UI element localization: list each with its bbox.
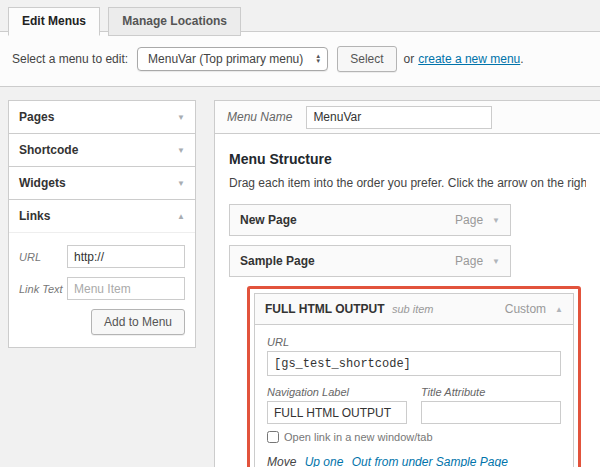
edit-menus-screen: Edit Menus Manage Locations Select a men… bbox=[0, 0, 600, 467]
title-attribute-label: Title Attribute bbox=[421, 386, 561, 398]
url-label: URL bbox=[19, 251, 67, 263]
panel-links-label: Links bbox=[19, 209, 50, 223]
sidebar-panel-widgets: Widgets ▼ bbox=[8, 166, 196, 200]
content-area: Pages ▼ Shortcode ▼ Widgets ▼ Links bbox=[0, 87, 600, 467]
menu-item-type: Page bbox=[455, 213, 483, 227]
highlight-annotation-box: FULL HTML OUTPUT sub item Custom ▲ URL bbox=[247, 286, 581, 467]
menu-item-settings: URL Navigation Label Title Attribute bbox=[254, 325, 574, 467]
create-link-period: . bbox=[520, 52, 523, 66]
chevron-down-icon: ▼ bbox=[177, 179, 185, 188]
links-panel-body: URL Link Text Add to Menu bbox=[9, 232, 195, 347]
menu-item-type: Custom bbox=[505, 302, 546, 316]
menu-name-label: Menu Name bbox=[227, 110, 292, 124]
move-out-link[interactable]: Out from under Sample Page bbox=[352, 455, 508, 467]
sidebar-panel-links: Links ▲ URL Link Text Add to Menu bbox=[8, 199, 196, 348]
select-button[interactable]: Select bbox=[337, 46, 396, 72]
sidebar-panel-shortcode: Shortcode ▼ bbox=[8, 133, 196, 167]
menu-select-bar: Select a menu to edit: MenuVar (Top prim… bbox=[0, 32, 600, 87]
dropdown-arrow-down-icon: ▼ bbox=[315, 59, 321, 64]
menu-name-bar: Menu Name bbox=[215, 101, 600, 134]
panel-pages-label: Pages bbox=[19, 110, 54, 124]
chevron-down-icon[interactable]: ▼ bbox=[492, 257, 500, 266]
create-new-menu-link[interactable]: create a new menu bbox=[418, 52, 520, 66]
chevron-down-icon: ▼ bbox=[177, 113, 185, 122]
navigation-label-label: Navigation Label bbox=[267, 386, 407, 398]
move-row: Move Up one Out from under Sample Page bbox=[267, 455, 561, 467]
select-menu-label: Select a menu to edit: bbox=[12, 52, 128, 66]
menu-item-title: FULL HTML OUTPUT bbox=[265, 302, 385, 316]
sidebar-panel-links-header[interactable]: Links ▲ bbox=[9, 200, 195, 232]
url-input[interactable] bbox=[67, 245, 185, 268]
sidebar: Pages ▼ Shortcode ▼ Widgets ▼ Links bbox=[8, 100, 196, 348]
title-attribute-input[interactable] bbox=[421, 401, 561, 424]
item-url-input[interactable] bbox=[267, 351, 561, 376]
link-text-input[interactable] bbox=[67, 277, 185, 300]
move-up-link[interactable]: Up one bbox=[305, 455, 344, 467]
sidebar-panel-pages-header[interactable]: Pages ▼ bbox=[9, 101, 195, 133]
open-new-window-checkbox[interactable] bbox=[267, 431, 279, 443]
menu-item-title: Sample Page bbox=[240, 254, 315, 268]
open-new-window-label: Open link in a new window/tab bbox=[284, 431, 433, 443]
menu-item-type: Page bbox=[455, 254, 483, 268]
sidebar-panel-shortcode-header[interactable]: Shortcode ▼ bbox=[9, 134, 195, 166]
chevron-up-icon[interactable]: ▲ bbox=[555, 305, 563, 314]
menu-editor-panel: Menu Name Menu Structure Drag each item … bbox=[214, 100, 600, 467]
menu-structure-section: Menu Structure Drag each item into the o… bbox=[215, 151, 600, 467]
or-text: or bbox=[404, 52, 415, 66]
chevron-down-icon: ▼ bbox=[177, 146, 185, 155]
chevron-down-icon[interactable]: ▼ bbox=[492, 216, 500, 225]
menu-structure-description: Drag each item into the order you prefer… bbox=[229, 176, 586, 190]
panel-shortcode-label: Shortcode bbox=[19, 143, 78, 157]
item-url-label: URL bbox=[267, 336, 561, 348]
menu-item-full-html-output[interactable]: FULL HTML OUTPUT sub item Custom ▲ bbox=[254, 293, 574, 325]
chevron-up-icon: ▲ bbox=[177, 212, 185, 221]
sidebar-panel-widgets-header[interactable]: Widgets ▼ bbox=[9, 167, 195, 199]
menu-dropdown-value: MenuVar (Top primary menu) bbox=[148, 52, 303, 66]
move-label: Move bbox=[267, 455, 296, 467]
dropdown-arrows-icon: ▲ ▼ bbox=[315, 54, 321, 64]
sub-item-badge: sub item bbox=[392, 303, 434, 315]
menu-item-sample-page[interactable]: Sample Page Page ▼ bbox=[229, 245, 511, 277]
tab-edit-menus[interactable]: Edit Menus bbox=[8, 7, 100, 36]
menu-dropdown[interactable]: MenuVar (Top primary menu) ▲ ▼ bbox=[137, 47, 328, 71]
tab-bar: Edit Menus Manage Locations bbox=[0, 0, 600, 32]
panel-widgets-label: Widgets bbox=[19, 176, 66, 190]
navigation-label-input[interactable] bbox=[267, 401, 407, 424]
menu-structure-heading: Menu Structure bbox=[229, 151, 586, 167]
menu-item-title: New Page bbox=[240, 213, 297, 227]
add-to-menu-button[interactable]: Add to Menu bbox=[91, 309, 185, 335]
tab-manage-locations[interactable]: Manage Locations bbox=[108, 7, 241, 36]
menu-item-new-page[interactable]: New Page Page ▼ bbox=[229, 204, 511, 236]
menu-name-input[interactable] bbox=[306, 106, 492, 129]
link-text-label: Link Text bbox=[19, 283, 67, 295]
sidebar-panel-pages: Pages ▼ bbox=[8, 100, 196, 134]
